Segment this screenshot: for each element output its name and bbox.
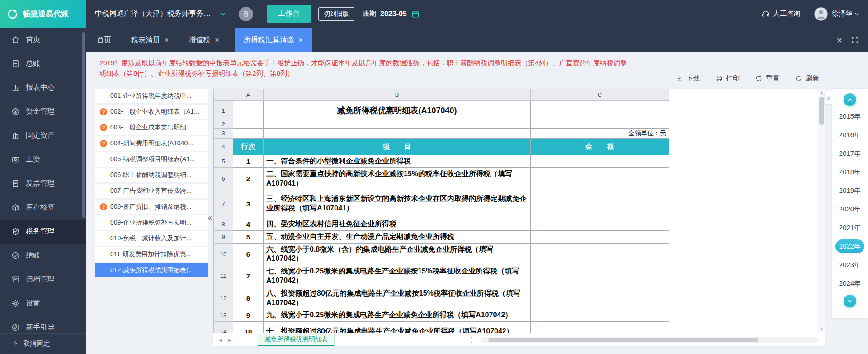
cell[interactable] [264, 129, 531, 139]
item-cell[interactable]: 一、符合条件的小型微利企业减免企业所得税 [264, 155, 531, 168]
year-item[interactable]: 2021年 [835, 219, 864, 237]
row-header[interactable]: 3 [214, 129, 233, 139]
line-no-cell[interactable]: 7 [233, 265, 264, 287]
row-header[interactable]: 13 [214, 309, 233, 322]
amount-cell[interactable] [531, 218, 669, 230]
company-selector[interactable]: 中税网通广泽（天津）税务师事务所有... [95, 9, 216, 19]
sidebar-item-salary[interactable]: 工资 [0, 148, 86, 172]
vertical-scroll-thumb[interactable] [819, 97, 824, 125]
line-no-cell[interactable]: 8 [233, 287, 264, 309]
more-options-icon[interactable]: ⋮ [468, 336, 475, 344]
col-header[interactable]: A [233, 89, 264, 101]
list-item-active[interactable]: 012-减免所得税优惠明细表(... [95, 263, 208, 277]
list-item[interactable]: ?008-资产折旧、摊销及纳税... [95, 200, 208, 214]
vertical-scrollbar[interactable]: ▲ ▼ [818, 89, 825, 333]
list-item[interactable]: 010-免税、减计收入及加计... [95, 231, 208, 246]
tab-close-icon[interactable]: × [215, 36, 219, 44]
item-cell[interactable]: 八、投资额超过80亿元的集成电路生产企业减按15%税率征收企业所得税（填写A10… [264, 287, 531, 309]
list-item[interactable]: 001-企业所得税年度纳税申... [95, 89, 208, 103]
sidebar-item-inventory[interactable]: 库存核算 [0, 196, 86, 220]
item-cell[interactable]: 二、国家需要重点扶持的高新技术企业减按15%的税率征收企业所得税（填写A1070… [264, 168, 531, 190]
item-cell[interactable]: 七、线宽小于0.25微米的集成电路生产企业减按15%税率征收企业所得税（填写A1… [264, 265, 531, 287]
sidebar-item-closing[interactable]: 结账 [0, 244, 86, 268]
tab-vat[interactable]: 增值税× [179, 28, 228, 52]
amount-cell[interactable] [531, 243, 669, 265]
item-cell[interactable]: 三、经济特区和上海浦东新区新设立的高新技术企业在区内取得的所得定期减免企业所得税… [264, 190, 531, 218]
cell[interactable] [233, 129, 264, 139]
unit-note[interactable]: 金额单位：元 [531, 129, 669, 139]
switch-old-version-button[interactable]: 切到旧版 [318, 7, 354, 21]
user-name[interactable]: 徐泽华 [832, 10, 852, 18]
row-header[interactable]: 8 [214, 218, 233, 230]
row-header[interactable]: 5 [214, 155, 233, 168]
row-header[interactable]: 2 [214, 120, 233, 129]
list-item[interactable]: 007-广告费和业务宣传费跨... [95, 184, 208, 198]
help-icon[interactable]: ? [100, 108, 107, 115]
amount-cell[interactable] [531, 168, 669, 190]
close-all-tabs-icon[interactable]: × [837, 35, 842, 45]
support-button[interactable]: 人工咨询 [761, 10, 800, 18]
item-cell[interactable]: 五、动漫企业自主开发、生产动漫产品定期减免企业所得税 [264, 230, 531, 243]
year-scroll-up-button[interactable] [844, 93, 856, 106]
year-item[interactable]: 2015年 [835, 107, 864, 126]
year-item[interactable]: 2018年 [835, 163, 864, 182]
help-icon[interactable]: ? [100, 124, 107, 131]
year-item[interactable]: 2016年 [835, 126, 864, 144]
download-button[interactable]: 下载 [675, 74, 700, 83]
period-value[interactable]: 2023-05 [380, 10, 407, 18]
cell[interactable] [233, 101, 264, 120]
year-scroll-down-button[interactable] [844, 295, 856, 307]
line-no-cell[interactable]: 1 [233, 155, 264, 168]
year-item[interactable]: 2017年 [835, 144, 864, 163]
year-item[interactable]: 2019年 [835, 182, 864, 200]
amount-cell[interactable] [531, 309, 669, 322]
cell[interactable] [233, 120, 264, 129]
sheet-tab-prev-icon[interactable]: ◄ [218, 337, 223, 343]
line-no-cell[interactable]: 3 [233, 190, 264, 218]
line-no-cell[interactable]: 2 [233, 168, 264, 190]
tab-close-icon[interactable]: × [165, 36, 169, 44]
user-caret-icon[interactable] [854, 11, 860, 17]
tab-tax-register[interactable]: 税表清册× [122, 28, 178, 52]
help-icon[interactable]: ? [100, 140, 107, 147]
header-item[interactable]: 项 目 [264, 139, 531, 155]
sheet-grid[interactable]: A B C 1 减免所得税优惠明细表(A107040) 2 [213, 89, 818, 333]
calendar-icon[interactable] [411, 10, 420, 19]
sheet-tab-next-icon[interactable]: ► [227, 337, 232, 343]
sidebar-item-home[interactable]: 首页 [0, 28, 86, 52]
sidebar-item-settings[interactable]: 设置 [0, 292, 86, 316]
fullscreen-icon[interactable] [851, 36, 859, 44]
amount-cell[interactable] [531, 230, 669, 243]
refresh-button[interactable]: 刷新 [795, 74, 819, 83]
sidebar-item-invoice[interactable]: 发票管理 [0, 172, 86, 196]
help-icon[interactable]: ? [100, 203, 107, 210]
year-item[interactable]: 2024年 [835, 274, 864, 293]
row-header[interactable]: 10 [214, 243, 233, 265]
amount-cell[interactable] [531, 287, 669, 309]
col-header[interactable]: C [531, 89, 669, 101]
amount-cell[interactable] [531, 155, 669, 168]
workbench-button[interactable]: 工作台 [267, 5, 311, 23]
sidebar-item-general-ledger[interactable]: 总账 [0, 52, 86, 76]
expand-year-panel-icon[interactable]: » [825, 91, 832, 104]
document-badge-button[interactable] [239, 7, 253, 21]
unpin-sidebar-button[interactable]: 取消固定 [0, 333, 86, 354]
year-item[interactable]: 2020年 [835, 200, 864, 219]
list-item[interactable]: 009-企业所得税弥补亏损明... [95, 215, 208, 230]
col-header[interactable]: B [264, 89, 531, 101]
item-cell[interactable]: 十、投资额超过80亿元的集成电路生产企业减免企业所得税（填写A107042） [264, 322, 531, 333]
list-item[interactable]: 011-研发费用加计扣除优惠... [95, 247, 208, 262]
line-no-cell[interactable]: 9 [233, 309, 264, 322]
horizontal-scrollbar[interactable] [481, 337, 818, 343]
print-button[interactable]: 打印 [715, 74, 740, 83]
line-no-cell[interactable]: 4 [233, 218, 264, 230]
avatar[interactable] [814, 7, 828, 21]
collapse-list-icon[interactable]: « [207, 209, 213, 226]
cell[interactable] [264, 120, 531, 129]
tab-home[interactable]: 首页 [88, 28, 120, 52]
year-item-active[interactable]: 2022年 [835, 239, 864, 253]
chevron-down-icon[interactable] [219, 10, 227, 18]
sidebar-item-report-center[interactable]: 报表中心 [0, 76, 86, 100]
list-item[interactable]: 005-纳税调整项目明细表(A1... [95, 152, 208, 167]
list-item[interactable]: ?004-期间费用明细表(A1040... [95, 136, 208, 151]
